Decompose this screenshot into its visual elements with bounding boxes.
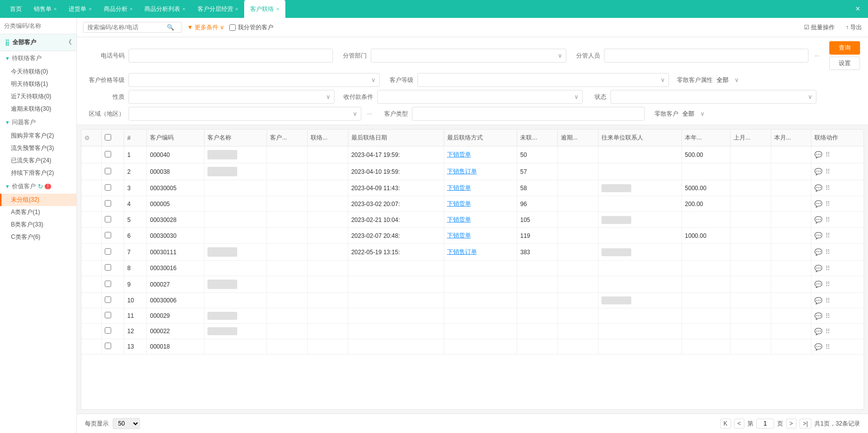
message-icon[interactable]: 💬 bbox=[814, 343, 822, 351]
row-check[interactable] bbox=[105, 327, 111, 334]
apps-icon[interactable]: ⠿ bbox=[825, 232, 830, 239]
sidebar-item-today[interactable]: 今天待联络(0) bbox=[0, 66, 76, 78]
my-customers-check[interactable] bbox=[229, 24, 236, 31]
sidebar-section-value[interactable]: ▼ 价值客户 ↻ ! bbox=[0, 179, 76, 194]
batch-operation-button[interactable]: ☑ 批量操作 bbox=[804, 23, 835, 32]
table-cell[interactable]: 下销货单 bbox=[444, 196, 517, 212]
select-dept[interactable] bbox=[371, 49, 566, 63]
nav-home[interactable]: 首页 bbox=[4, 0, 28, 18]
apps-icon[interactable]: ⠿ bbox=[825, 328, 830, 335]
apps-icon[interactable]: ⠿ bbox=[825, 200, 830, 208]
close-purchase-tab[interactable]: × bbox=[88, 6, 91, 12]
nav-customer-contact[interactable]: 客户联络 × bbox=[244, 0, 285, 18]
sidebar-item-c-class[interactable]: C类客户(6) bbox=[0, 231, 76, 243]
nav-purchase[interactable]: 进货单 × bbox=[63, 0, 97, 18]
apps-icon[interactable]: ⠿ bbox=[825, 281, 830, 288]
sidebar-item-abnormal[interactable]: 囤购异常客户(2) bbox=[0, 130, 76, 142]
export-button[interactable]: ↑ 导出 bbox=[846, 23, 862, 32]
table-cell[interactable]: 下销货单 bbox=[444, 228, 517, 244]
select-status[interactable] bbox=[610, 90, 816, 104]
row-check[interactable] bbox=[105, 343, 111, 349]
row-check[interactable] bbox=[105, 168, 111, 174]
sidebar-item-b-class[interactable]: B类客户(33) bbox=[0, 218, 76, 231]
select-customer-level[interactable] bbox=[417, 73, 668, 87]
message-icon[interactable]: 💬 bbox=[814, 168, 822, 175]
nav-product-analysis[interactable]: 商品分析 × bbox=[98, 0, 138, 18]
row-check[interactable] bbox=[105, 264, 111, 271]
row-checkbox[interactable] bbox=[102, 146, 124, 163]
prev-page-button[interactable]: < bbox=[734, 419, 744, 429]
input-manager[interactable] bbox=[604, 49, 808, 63]
apps-icon[interactable]: ⠿ bbox=[825, 168, 830, 175]
message-icon[interactable]: 💬 bbox=[814, 281, 822, 288]
row-checkbox[interactable] bbox=[102, 276, 124, 293]
sidebar-item-churn-warning[interactable]: 流失预警客户(3) bbox=[0, 142, 76, 154]
more-conditions-button[interactable]: ▼ 更多条件 ∨ bbox=[187, 23, 224, 32]
sidebar-item-tomorrow[interactable]: 明天待联络(1) bbox=[0, 78, 76, 90]
row-check[interactable] bbox=[105, 200, 111, 207]
more-dots-region[interactable]: ··· bbox=[365, 110, 374, 117]
close-customer-segment-tab[interactable]: × bbox=[235, 6, 238, 12]
sidebar-section-pending[interactable]: ▼ 待联络客户 bbox=[0, 51, 76, 66]
search-button[interactable]: 查询 bbox=[829, 41, 860, 55]
next-page-button[interactable]: > bbox=[786, 419, 797, 429]
sidebar-item-overdue[interactable]: 逾期未联络(30) bbox=[0, 103, 76, 115]
apps-icon[interactable]: ⠿ bbox=[825, 248, 830, 256]
row-checkbox[interactable] bbox=[102, 196, 124, 212]
message-icon[interactable]: 💬 bbox=[814, 151, 822, 158]
apps-icon[interactable]: ⠿ bbox=[825, 265, 830, 272]
table-cell[interactable]: 下销售订单 bbox=[444, 244, 517, 261]
apps-icon[interactable]: ⠿ bbox=[825, 216, 830, 223]
row-checkbox[interactable] bbox=[102, 324, 124, 339]
row-checkbox[interactable] bbox=[102, 228, 124, 244]
last-page-button[interactable]: >| bbox=[800, 419, 811, 429]
select-price-level[interactable] bbox=[129, 73, 380, 87]
close-product-analysis-tab[interactable]: × bbox=[130, 6, 133, 12]
message-icon[interactable]: 💬 bbox=[814, 328, 822, 335]
refresh-icon[interactable]: ↻ bbox=[38, 183, 43, 190]
sidebar-item-a-class[interactable]: A类客户(1) bbox=[0, 206, 76, 218]
row-check[interactable] bbox=[105, 281, 111, 287]
message-icon[interactable]: 💬 bbox=[814, 312, 822, 320]
close-sales-tab[interactable]: × bbox=[54, 6, 57, 12]
message-icon[interactable]: 💬 bbox=[814, 265, 822, 272]
row-checkbox[interactable] bbox=[102, 244, 124, 261]
row-checkbox[interactable] bbox=[102, 180, 124, 196]
sidebar-item-churned[interactable]: 已流失客户(24) bbox=[0, 154, 76, 167]
more-dots-1[interactable]: ··· bbox=[812, 52, 821, 59]
table-cell[interactable]: 下销售订单 bbox=[444, 163, 517, 180]
select-region[interactable] bbox=[129, 107, 361, 121]
sidebar-collapse-icon[interactable]: 《 bbox=[66, 38, 71, 47]
message-icon[interactable]: 💬 bbox=[814, 297, 822, 304]
row-check[interactable] bbox=[105, 184, 111, 191]
sidebar-section-problem[interactable]: ▼ 问题客户 bbox=[0, 115, 76, 130]
sidebar-search-input[interactable] bbox=[4, 22, 77, 29]
my-customers-checkbox[interactable]: 我分管的客户 bbox=[229, 23, 273, 32]
table-cell[interactable]: 下销货单 bbox=[444, 212, 517, 228]
sidebar-item-ungroup[interactable]: 未分组(32) bbox=[0, 194, 76, 206]
apps-icon[interactable]: ⠿ bbox=[825, 297, 830, 304]
reset-button[interactable]: 设置 bbox=[829, 57, 860, 70]
row-checkbox[interactable] bbox=[102, 293, 124, 308]
row-checkbox[interactable] bbox=[102, 163, 124, 180]
message-icon[interactable]: 💬 bbox=[814, 216, 822, 223]
nav-customer-segment[interactable]: 客户分层经营 × bbox=[192, 0, 244, 18]
select-all-checkbox[interactable] bbox=[105, 134, 111, 141]
row-check[interactable] bbox=[105, 296, 111, 303]
first-page-button[interactable]: K bbox=[720, 419, 731, 429]
row-check[interactable] bbox=[105, 216, 111, 222]
col-settings[interactable]: ⚙ bbox=[81, 130, 102, 146]
settings-icon[interactable]: ⚙ bbox=[84, 135, 90, 142]
row-check[interactable] bbox=[105, 232, 111, 238]
apps-icon[interactable]: ⠿ bbox=[825, 312, 830, 320]
message-icon[interactable]: 💬 bbox=[814, 200, 822, 208]
row-checkbox[interactable] bbox=[102, 339, 124, 355]
row-checkbox[interactable] bbox=[102, 261, 124, 276]
table-cell[interactable]: 下销货单 bbox=[444, 146, 517, 163]
sidebar-item-7days[interactable]: 近7天待联络(0) bbox=[0, 90, 76, 103]
nav-product-analysis-list[interactable]: 商品分析列表 × bbox=[138, 0, 191, 18]
select-customer-type[interactable] bbox=[412, 107, 645, 121]
input-phone[interactable] bbox=[129, 49, 333, 63]
row-check[interactable] bbox=[105, 248, 111, 255]
row-checkbox[interactable] bbox=[102, 212, 124, 228]
